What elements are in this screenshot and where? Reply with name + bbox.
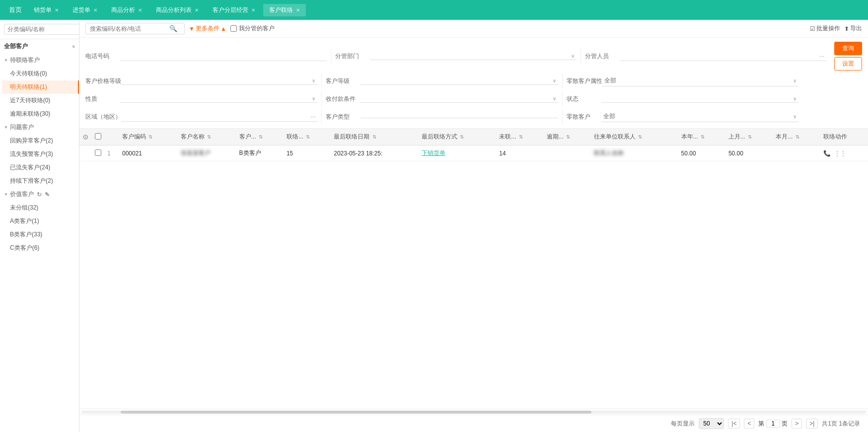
- refresh-icon[interactable]: ↻: [37, 191, 42, 198]
- th-name[interactable]: 客户名称 ⇅: [178, 129, 236, 145]
- filter-bar: 🔍 ▼ 更多条件 ▲ 我分管的客户 ☑ 批量操作 ⬆ 导出: [79, 20, 868, 38]
- th-this-month[interactable]: 本月... ⇅: [773, 129, 820, 145]
- th-code[interactable]: 客户编码 ⇅: [119, 129, 178, 145]
- th-this-year[interactable]: 本年... ⇅: [678, 129, 725, 145]
- sidebar-item-c-class[interactable]: C类客户(6): [2, 241, 79, 255]
- search-box[interactable]: 🔍: [85, 23, 185, 34]
- td-checkbox[interactable]: [92, 145, 104, 161]
- sidebar-item-overdue[interactable]: 逾期未联络(30): [2, 107, 79, 121]
- close-icon[interactable]: ✕: [195, 7, 199, 13]
- th-last-month[interactable]: 上月... ⇅: [725, 129, 773, 145]
- th-type[interactable]: 客户... ⇅: [236, 129, 284, 145]
- close-icon[interactable]: ✕: [55, 7, 59, 13]
- divider: [321, 91, 322, 106]
- th-last-contact-method[interactable]: 最后联络方式 ⇅: [419, 129, 496, 145]
- nav-tab-2[interactable]: 商品分析 ✕: [105, 4, 148, 16]
- sidebar-item-today[interactable]: 今天待联络(0): [2, 67, 79, 80]
- branch-person-select[interactable]: ···: [620, 52, 826, 61]
- search-input[interactable]: [90, 25, 169, 32]
- payment-terms-select[interactable]: ∨: [361, 95, 558, 103]
- arrow-down-icon: ▼: [4, 58, 8, 63]
- close-icon[interactable]: ✕: [93, 7, 97, 13]
- nav-home[interactable]: 首页: [5, 3, 26, 16]
- customer-level-select[interactable]: ∨: [361, 77, 558, 85]
- settings-icon[interactable]: ⚙: [82, 133, 89, 141]
- more-conditions-button[interactable]: ▼ 更多条件 ▲: [189, 24, 226, 33]
- region-select[interactable]: ···: [121, 112, 317, 122]
- status-select[interactable]: ∨: [601, 95, 798, 103]
- action-more-icon[interactable]: ⋮⋮: [834, 150, 846, 157]
- last-page-button[interactable]: >|: [806, 419, 818, 429]
- gender-select[interactable]: ∨: [120, 95, 317, 103]
- sidebar-search-input[interactable]: [4, 24, 79, 35]
- divider: [562, 109, 563, 124]
- filter-row-2: 客户价格等级 ∨ 客户等级 ∨ 零散客户属性: [85, 73, 862, 88]
- sidebar-item-continuous-down[interactable]: 持续下滑客户(2): [2, 174, 79, 188]
- retail-attr-select[interactable]: 全部 ∨: [602, 75, 798, 86]
- nav-tab-3[interactable]: 商品分析列表 ✕: [150, 4, 205, 16]
- per-page-select[interactable]: 50 20 100: [699, 418, 724, 429]
- th-settings[interactable]: ⚙: [79, 129, 92, 145]
- ellipsis-icon[interactable]: ···: [819, 53, 824, 60]
- chevron-down-icon: ∨: [793, 78, 796, 83]
- th-checkbox[interactable]: [92, 129, 104, 145]
- last-contact-link[interactable]: 下销货单: [422, 149, 445, 156]
- horizontal-scrollbar[interactable]: [79, 409, 868, 415]
- nav-tab-0[interactable]: 销货单 ✕: [28, 4, 65, 16]
- pending-subsection: 今天待联络(0) 明天待联络(1) 近7天待联络(0) 逾期未联络(30): [0, 67, 79, 121]
- ellipsis-icon[interactable]: ···: [310, 113, 315, 120]
- page-input[interactable]: [766, 420, 780, 428]
- row-checkbox[interactable]: [95, 149, 101, 156]
- pagination-bar: 每页显示 50 20 100 |< < 第 页 > >| 共1页 1条记录: [79, 415, 868, 432]
- sidebar-item-ungrouped[interactable]: 未分组(32): [2, 201, 79, 215]
- branch-dept-select[interactable]: ∨: [370, 52, 577, 60]
- th-action[interactable]: 联络动作: [820, 129, 868, 145]
- close-icon[interactable]: ✕: [138, 7, 142, 13]
- batch-operation-button[interactable]: ☑ 批量操作: [810, 24, 840, 33]
- th-contacts[interactable]: 联络... ⇅: [284, 129, 331, 145]
- nav-tab-5[interactable]: 客户联络 ✕: [263, 4, 306, 16]
- th-last-contact-date[interactable]: 最后联络日期 ⇅: [331, 129, 419, 145]
- close-icon[interactable]: ✕: [251, 7, 255, 13]
- edit-icon[interactable]: ✎: [45, 191, 50, 198]
- action-phone-icon[interactable]: 📞: [823, 150, 831, 157]
- th-uncontacted[interactable]: 未联... ⇅: [496, 129, 543, 145]
- prev-page-button[interactable]: <: [744, 419, 754, 429]
- export-button[interactable]: ⬆ 导出: [844, 24, 862, 33]
- close-icon[interactable]: ✕: [296, 7, 300, 13]
- price-level-select[interactable]: ∨: [121, 77, 317, 85]
- search-icon[interactable]: 🔍: [169, 25, 177, 32]
- collapse-icon[interactable]: «: [72, 44, 75, 49]
- customer-type-select[interactable]: [361, 116, 558, 118]
- sidebar-item-repeat-abnormal[interactable]: 回购异常客户(2): [2, 134, 79, 147]
- sidebar-item-week[interactable]: 近7天待联络(0): [2, 94, 79, 107]
- filter-payment-terms: 收付款条件 ∨: [326, 95, 558, 103]
- td-last-method[interactable]: 下销货单: [419, 145, 496, 161]
- td-uncontacted: 14: [496, 145, 543, 161]
- my-customers-checkbox[interactable]: 我分管的客户: [230, 24, 275, 33]
- nav-tab-4[interactable]: 客户分层经营 ✕: [207, 4, 261, 16]
- export-icon: ⬆: [844, 25, 849, 32]
- my-customers-check[interactable]: [230, 25, 237, 32]
- next-page-button[interactable]: >: [792, 419, 802, 429]
- sidebar-item-b-class[interactable]: B类客户(33): [2, 228, 79, 241]
- divider: [580, 49, 581, 64]
- retail-customer-select[interactable]: 全部 ∨: [601, 111, 798, 122]
- sidebar-all-customers[interactable]: 全部客户 «: [0, 39, 79, 54]
- th-overdue[interactable]: 逾期... ⇅: [544, 129, 591, 145]
- phone-input[interactable]: [120, 52, 327, 61]
- select-all-checkbox[interactable]: [95, 133, 101, 140]
- divider: [331, 49, 331, 64]
- sidebar-item-tomorrow[interactable]: 明天待联络(1): [2, 80, 79, 94]
- sidebar-item-lost[interactable]: 已流失客户(24): [2, 161, 79, 174]
- sidebar-item-a-class[interactable]: A类客户(1): [2, 215, 79, 228]
- query-button[interactable]: 查询: [834, 42, 862, 55]
- scrollbar-thumb[interactable]: [121, 411, 591, 414]
- setting-button[interactable]: 设置: [834, 57, 862, 71]
- content-area: 🔍 ▼ 更多条件 ▲ 我分管的客户 ☑ 批量操作 ⬆ 导出: [79, 20, 868, 432]
- th-num: [104, 129, 119, 145]
- th-unit-contact[interactable]: 往来单位联系人 ⇅: [591, 129, 678, 145]
- first-page-button[interactable]: |<: [728, 419, 740, 429]
- sidebar-item-lost-risk[interactable]: 流失预警客户(3): [2, 147, 79, 161]
- nav-tab-1[interactable]: 进货单 ✕: [67, 4, 103, 16]
